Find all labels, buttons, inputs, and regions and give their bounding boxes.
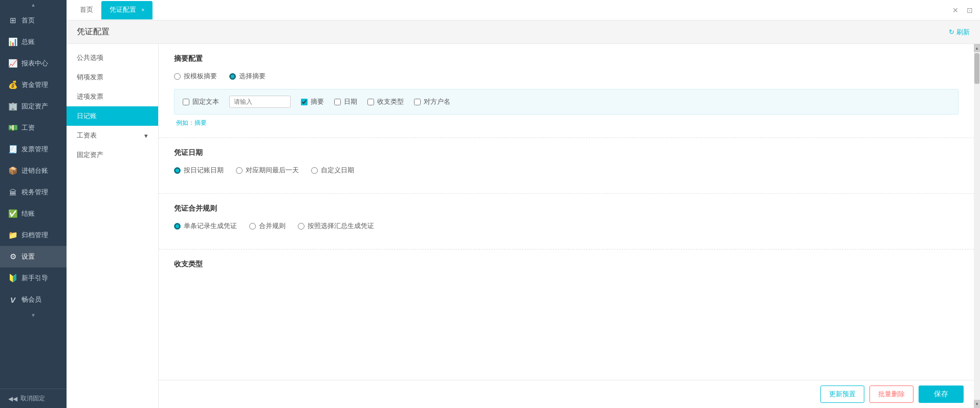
tab-voucher-config[interactable]: 凭证配置 ×: [101, 1, 153, 19]
radio-last-day[interactable]: 对应期间最后一天: [236, 166, 299, 175]
sidebar-item-label: 结账: [21, 209, 35, 218]
sidebar-item-label: 发票管理: [21, 145, 48, 154]
sidebar-item-label: 畅会员: [21, 295, 41, 304]
right-content: 摘要配置 按模板摘要 选择摘要 固定文本: [159, 44, 974, 408]
checkbox-fixed-text[interactable]: 固定文本: [183, 97, 219, 106]
sidebar-item-settlement[interactable]: ✅ 结账: [0, 203, 67, 224]
sidebar-item-reports[interactable]: 📈 报表中心: [0, 53, 67, 74]
sidebar-item-invoice-mgmt[interactable]: 🧾 发票管理: [0, 139, 67, 160]
sidebar-item-guide[interactable]: 🔰 新手引导: [0, 267, 67, 289]
bottom-bar: 更新预置 批量删除 保存: [159, 380, 974, 408]
save-button[interactable]: 保存: [919, 386, 964, 403]
radio-single-input[interactable]: [174, 223, 181, 230]
left-nav-sales-invoice[interactable]: 销项发票: [67, 67, 158, 87]
content-area: 公共选项 销项发票 进项发票 日记账 工资表 ▾ 固定资产 摘要配置: [67, 44, 980, 408]
ledger-icon: 📊: [8, 37, 17, 47]
update-preset-button[interactable]: 更新预置: [820, 386, 864, 403]
fixed-text-input[interactable]: [229, 96, 291, 108]
purchase-sales-icon: 📦: [8, 166, 17, 175]
tab-close-icon[interactable]: ×: [141, 7, 144, 13]
left-nav-purchase-invoice[interactable]: 进项发票: [67, 87, 158, 106]
sidebar-cancel-fixed[interactable]: ◀◀ 取消固定: [0, 389, 67, 408]
sidebar-item-label: 新手引导: [21, 274, 48, 283]
summary-radio-group: 按模板摘要 选择摘要: [174, 72, 959, 81]
sidebar-item-label: 总账: [21, 37, 35, 47]
checkbox-counterpart[interactable]: 对方户名: [414, 97, 450, 106]
radio-summary-generate[interactable]: 按照选择汇总生成凭证: [298, 221, 374, 231]
batch-delete-button[interactable]: 批量删除: [869, 386, 913, 403]
scroll-thumb[interactable]: [974, 53, 979, 84]
scroll-up-arrow[interactable]: ▲: [974, 44, 980, 52]
radio-merge[interactable]: 合并规则: [249, 221, 286, 231]
sidebar-item-purchase-sales[interactable]: 📦 进销台账: [0, 160, 67, 182]
radio-select-summary[interactable]: 选择摘要: [229, 72, 266, 81]
radio-merge-input[interactable]: [249, 223, 256, 230]
fixed-text-checkbox[interactable]: [183, 99, 189, 105]
radio-summary-generate-input[interactable]: [298, 223, 304, 230]
funds-icon: 💰: [8, 80, 17, 89]
left-nav-fixed-assets[interactable]: 固定资产: [67, 145, 158, 165]
radio-custom-date[interactable]: 自定义日期: [311, 166, 354, 175]
merge-rules-radio-group: 单条记录生成凭证 合并规则 按照选择汇总生成凭证: [174, 221, 959, 231]
sidebar-item-label: 报表中心: [21, 59, 48, 68]
archive-icon: 📁: [8, 231, 17, 240]
sidebar-item-label: 资金管理: [21, 80, 48, 89]
radio-template-summary[interactable]: 按模板摘要: [174, 72, 217, 81]
sidebar-item-archive[interactable]: 📁 归档管理: [0, 224, 67, 246]
settlement-icon: ✅: [8, 209, 17, 218]
sidebar-scroll-down[interactable]: ▼: [0, 310, 67, 320]
left-nav-payroll[interactable]: 工资表 ▾: [67, 126, 158, 145]
summary-checkbox-row: 固定文本 摘要 日期 收支类型: [174, 89, 959, 115]
income-type-checkbox[interactable]: [367, 99, 374, 105]
checkbox-summary[interactable]: 摘要: [301, 97, 324, 106]
sidebar-item-label: 首页: [21, 16, 35, 25]
main-area: 首页 凭证配置 × ✕ ⊡ 凭证配置 ↻ 刷新 公共选项 销项发票 进: [67, 0, 980, 408]
radio-template-summary-input[interactable]: [174, 73, 181, 80]
voucher-date-section: 凭证日期 按日记账日期 对应期间最后一天 自定义日期: [159, 138, 974, 194]
salary-icon: 💵: [8, 123, 17, 132]
tax-icon: 🏛: [8, 188, 17, 197]
sidebar-item-ledger[interactable]: 📊 总账: [0, 31, 67, 53]
sidebar-scroll-up[interactable]: ▲: [0, 0, 67, 10]
home-icon: ⊞: [8, 16, 17, 25]
refresh-icon: ↻: [949, 28, 954, 36]
sidebar-item-settings[interactable]: ⚙ 设置: [0, 246, 67, 267]
sidebar-item-label: 税务管理: [21, 188, 48, 197]
sidebar-item-home[interactable]: ⊞ 首页: [0, 10, 67, 31]
voucher-date-radio-group: 按日记账日期 对应期间最后一天 自定义日期: [174, 166, 959, 175]
sidebar-item-label: 工资: [21, 123, 35, 132]
tab-home[interactable]: 首页: [72, 1, 101, 19]
member-icon: V: [8, 296, 17, 304]
voucher-date-title: 凭证日期: [174, 148, 959, 157]
radio-custom-date-input[interactable]: [311, 167, 318, 174]
invoice-icon: 🧾: [8, 145, 17, 154]
summary-config-title: 摘要配置: [174, 54, 959, 63]
sidebar-item-member[interactable]: V 畅会员: [0, 289, 67, 310]
sidebar-item-label: 进销台账: [21, 166, 48, 175]
radio-single[interactable]: 单条记录生成凭证: [174, 221, 237, 231]
chevron-down-icon: ▾: [144, 132, 148, 140]
scroll-down-arrow[interactable]: ▼: [974, 400, 980, 408]
checkbox-income-type[interactable]: 收支类型: [367, 97, 404, 106]
sidebar-item-funds[interactable]: 💰 资金管理: [0, 74, 67, 96]
refresh-button[interactable]: ↻ 刷新: [949, 28, 970, 37]
checkbox-date[interactable]: 日期: [334, 97, 357, 106]
sidebar-item-tax[interactable]: 🏛 税务管理: [0, 182, 67, 203]
income-type-section: 收支类型: [159, 250, 974, 287]
radio-by-journal-date[interactable]: 按日记账日期: [174, 166, 224, 175]
radio-last-day-input[interactable]: [236, 167, 243, 174]
sidebar-item-assets[interactable]: 🏢 固定资产: [0, 96, 67, 117]
pin-icon: ◀◀: [8, 395, 17, 402]
tab-bar: 首页 凭证配置 × ✕ ⊡: [67, 0, 980, 20]
radio-by-journal-date-input[interactable]: [174, 167, 181, 174]
date-checkbox[interactable]: [334, 99, 341, 105]
radio-select-summary-input[interactable]: [229, 73, 236, 80]
close-window-button[interactable]: ✕: [950, 5, 961, 15]
sidebar-item-salary[interactable]: 💵 工资: [0, 117, 67, 139]
left-nav-journal[interactable]: 日记账: [67, 106, 158, 126]
left-nav-public[interactable]: 公共选项: [67, 48, 158, 67]
summary-checkbox[interactable]: [301, 99, 308, 105]
maximize-window-button[interactable]: ⊡: [965, 5, 975, 15]
page-title: 凭证配置: [77, 27, 110, 37]
counterpart-checkbox[interactable]: [414, 99, 421, 105]
